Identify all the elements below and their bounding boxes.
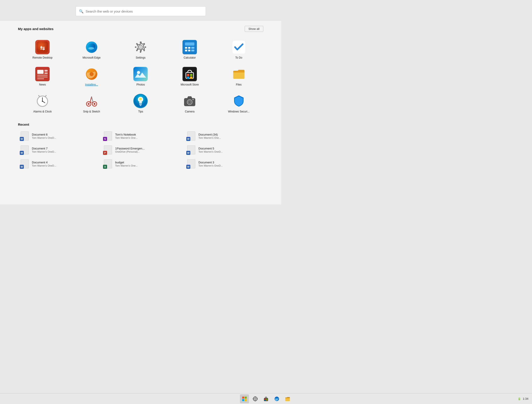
recent-location-doc5: Tom Warren's OneD... [198, 150, 223, 153]
apps-grid: ⇆ Remote Desktop [18, 37, 263, 115]
apps-section-title: My apps and websites [18, 27, 53, 31]
search-box[interactable]: 🔍 [76, 6, 206, 16]
recent-file-icon-doc3: W [187, 159, 196, 168]
svg-rect-35 [134, 68, 147, 81]
app-label-photos: Photos [136, 83, 145, 86]
svg-rect-23 [188, 50, 190, 51]
svg-rect-31 [37, 76, 48, 77]
recent-item-budget[interactable]: X budget Tom Warren's One... [101, 157, 180, 170]
recent-location-doc4: Tom Warren's OneD... [32, 164, 56, 167]
recent-file-icon-notebook: N [103, 132, 113, 140]
svg-rect-28 [44, 70, 48, 72]
svg-rect-60 [140, 105, 141, 106]
recent-filename-1password: 1Password Emergen... [115, 147, 145, 150]
app-label-files: Files [236, 83, 241, 86]
recent-item-doc34[interactable]: W Document (34) Tom Warren's One... [184, 130, 263, 143]
svg-point-16 [139, 46, 142, 49]
app-item-tips[interactable]: Tips [116, 91, 165, 115]
recent-section-title: Recent [18, 123, 263, 126]
svg-rect-10 [145, 46, 146, 48]
app-label-store: Microsoft Store [181, 83, 199, 86]
recent-item-doc3[interactable]: W Document 3 Tom Warren's OneD... [184, 157, 263, 170]
svg-rect-20 [188, 47, 190, 49]
svg-rect-22 [185, 50, 187, 51]
recent-filename-doc4: Document 4 [32, 161, 56, 164]
recent-location-doc6: Tom Warren's OneD... [32, 136, 56, 139]
app-item-clock[interactable]: Alarms & Clock [18, 91, 67, 115]
apps-section-header: My apps and websites Show all [18, 26, 263, 32]
search-area: 🔍 [0, 0, 281, 20]
todo-icon [232, 40, 246, 54]
recent-item-doc5[interactable]: W Document 5 Tom Warren's OneD... [184, 143, 263, 157]
recent-filename-budget: budget [115, 161, 138, 164]
show-all-button[interactable]: Show all [245, 26, 263, 32]
svg-text:⇆: ⇆ [40, 45, 45, 51]
app-label-edge: Microsoft Edge [82, 56, 101, 59]
search-icon: 🔍 [79, 9, 83, 13]
recent-file-icon-doc4: W [20, 159, 29, 168]
app-item-news[interactable]: News [18, 64, 67, 88]
app-item-edge[interactable]: Microsoft Edge [67, 37, 116, 62]
svg-rect-18 [185, 42, 194, 45]
security-icon [232, 94, 246, 108]
app-label-calculator: Calculator [184, 56, 196, 59]
svg-rect-32 [37, 78, 44, 79]
app-item-settings[interactable]: Settings [116, 37, 165, 62]
app-item-installing[interactable]: Installing... [67, 64, 116, 88]
svg-point-53 [94, 103, 95, 105]
recent-grid: W Document 6 Tom Warren's OneD... N Tom'… [18, 130, 263, 170]
svg-line-54 [90, 97, 92, 103]
files-icon [232, 67, 246, 81]
app-label-clock: Alarms & Clock [33, 110, 52, 113]
settings-icon [133, 40, 148, 54]
installing-icon [84, 67, 99, 81]
clock-icon [35, 94, 50, 108]
app-label-camera: Camera [185, 110, 195, 113]
recent-filename-notebook: Tom's Notebook [115, 133, 138, 136]
app-item-photos[interactable]: Photos [116, 64, 165, 88]
app-item-security[interactable]: Windows Securi... [214, 91, 263, 115]
recent-file-icon-doc34: W [187, 132, 196, 140]
recent-filename-doc6: Document 6 [32, 133, 56, 136]
recent-file-icon-doc7: W [20, 145, 29, 154]
svg-rect-27 [37, 70, 44, 74]
svg-point-65 [189, 101, 190, 103]
svg-point-66 [192, 99, 194, 100]
svg-line-48 [39, 95, 39, 96]
tips-icon [133, 94, 148, 108]
recent-file-icon-1password: P [103, 145, 113, 154]
recent-location-doc34: Tom Warren's One... [198, 136, 221, 139]
app-item-calculator[interactable]: Calculator [165, 37, 214, 62]
recent-item-doc7[interactable]: W Document 7 Tom Warren's OneD... [18, 143, 97, 157]
camera-icon [183, 94, 197, 108]
svg-rect-42 [190, 76, 192, 79]
svg-point-52 [88, 103, 89, 105]
svg-point-61 [139, 98, 142, 100]
svg-rect-30 [37, 75, 48, 76]
app-item-files[interactable]: Files [214, 64, 263, 88]
recent-item-1password[interactable]: P 1Password Emergen... OneDrive (Persona… [101, 143, 180, 157]
app-item-remote-desktop[interactable]: ⇆ Remote Desktop [18, 37, 67, 62]
search-input[interactable] [86, 9, 203, 13]
app-item-store[interactable]: Microsoft Store [165, 64, 214, 88]
recent-location-budget: Tom Warren's One... [115, 164, 138, 167]
app-label-remote-desktop: Remote Desktop [32, 56, 52, 59]
app-label-security: Windows Securi... [228, 110, 250, 113]
app-item-todo[interactable]: To Do [214, 37, 263, 62]
recent-item-doc6[interactable]: W Document 6 Tom Warren's OneD... [18, 130, 97, 143]
recent-filename-doc7: Document 7 [32, 147, 56, 150]
store-icon [183, 67, 197, 81]
svg-rect-7 [140, 42, 141, 43]
recent-item-doc4[interactable]: W Document 4 Tom Warren's OneD... [18, 157, 97, 170]
recent-location-notebook: Tom Warren's One... [115, 136, 138, 139]
app-label-installing: Installing... [85, 83, 98, 86]
app-item-snip[interactable]: Snip & Sketch [67, 91, 116, 115]
app-item-camera[interactable]: Camera [165, 91, 214, 115]
svg-rect-19 [185, 47, 187, 49]
app-label-tips: Tips [138, 110, 143, 113]
svg-rect-24 [191, 50, 194, 51]
recent-item-notebook[interactable]: N Tom's Notebook Tom Warren's One... [101, 130, 180, 143]
svg-line-49 [45, 95, 46, 96]
remote-desktop-icon: ⇆ [35, 40, 50, 54]
svg-rect-14 [143, 49, 145, 51]
